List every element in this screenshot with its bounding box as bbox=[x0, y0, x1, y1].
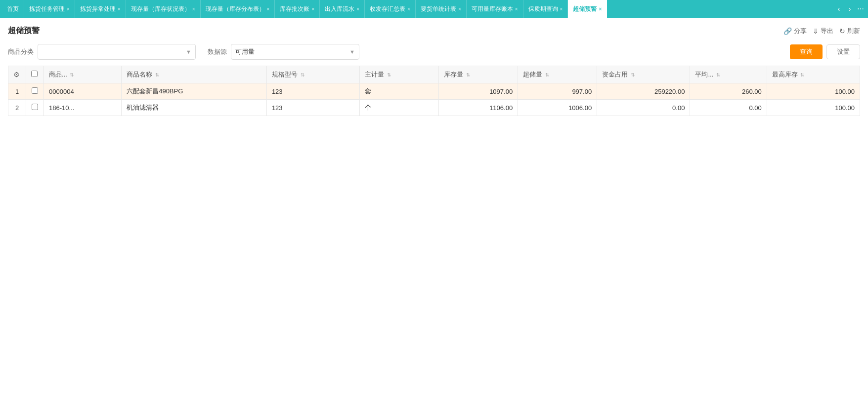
category-filter: 商品分类 ▼ bbox=[8, 44, 196, 60]
row-stock: 1097.00 bbox=[439, 83, 518, 100]
nav-tab-exception[interactable]: 拣货异常处理 × bbox=[75, 0, 126, 18]
th-product-name: 商品名称 ⇅ bbox=[122, 66, 267, 83]
nav-tab-stock-status[interactable]: 现存量（库存状况表） × bbox=[126, 0, 201, 18]
sort-icon[interactable]: ⇅ bbox=[631, 72, 635, 78]
row-avg: 260.00 bbox=[690, 83, 767, 100]
nav-tab-exception-label: 拣货异常处理 bbox=[80, 5, 116, 13]
row-unit: 套 bbox=[360, 83, 439, 100]
row-spec: 123 bbox=[266, 83, 359, 100]
refresh-label: 刷新 bbox=[847, 27, 860, 36]
sort-icon[interactable]: ⇅ bbox=[155, 72, 159, 78]
chevron-down-icon: ▼ bbox=[349, 49, 355, 55]
close-icon[interactable]: × bbox=[118, 6, 121, 12]
th-product-name-label: 商品名称 bbox=[127, 71, 152, 78]
th-max-stock: 最高库存 ⇅ bbox=[767, 66, 860, 83]
nav-tab-inout-label: 出入库流水 bbox=[325, 5, 354, 13]
nav-arrow-more[interactable]: ⋯ bbox=[855, 0, 866, 18]
nav-tab-expiry[interactable]: 保质期查询 × bbox=[523, 0, 568, 18]
row-max-stock: 100.00 bbox=[767, 83, 860, 100]
share-label: 分享 bbox=[794, 27, 807, 36]
page-title: 超储预警 bbox=[8, 26, 40, 36]
filter-row: 商品分类 ▼ 数据源 可用量 ▼ 查询 设置 bbox=[8, 44, 860, 60]
row-unit: 个 bbox=[360, 100, 439, 116]
share-icon: 🔗 bbox=[783, 27, 792, 35]
row-product-name: 六配套新昌490BPG bbox=[122, 83, 267, 100]
row-capital: 0.00 bbox=[597, 100, 690, 116]
row-num: 2 bbox=[8, 100, 26, 116]
select-all-checkbox[interactable] bbox=[31, 71, 38, 77]
export-button[interactable]: ⇓ 导出 bbox=[813, 27, 833, 36]
nav-tab-stock-dist-label: 现存量（库存分布表） bbox=[206, 5, 265, 13]
row-product-code: 186-10... bbox=[44, 100, 122, 116]
nav-tab-stock-dist[interactable]: 现存量（库存分布表） × bbox=[201, 0, 275, 18]
row-max-stock: 100.00 bbox=[767, 100, 860, 116]
nav-tab-collect[interactable]: 收发存汇总表 × bbox=[365, 0, 416, 18]
sort-icon[interactable]: ⇅ bbox=[466, 72, 470, 78]
share-button[interactable]: 🔗 分享 bbox=[783, 27, 807, 36]
close-icon[interactable]: × bbox=[599, 6, 602, 12]
th-avg-label: 平均... bbox=[695, 71, 713, 78]
sort-icon[interactable]: ⇅ bbox=[800, 72, 804, 78]
sort-icon[interactable]: ⇅ bbox=[387, 72, 391, 78]
refresh-icon: ↻ bbox=[839, 27, 845, 35]
row-product-code: 0000004 bbox=[44, 83, 122, 100]
datasource-select[interactable]: 可用量 ▼ bbox=[231, 44, 359, 60]
sort-icon[interactable]: ⇅ bbox=[301, 72, 304, 78]
close-icon[interactable]: × bbox=[311, 6, 314, 12]
page-header: 超储预警 🔗 分享 ⇓ 导出 ↻ 刷新 bbox=[8, 26, 860, 36]
close-icon[interactable]: × bbox=[515, 6, 518, 12]
sort-icon[interactable]: ⇅ bbox=[545, 72, 549, 78]
nav-tab-batch[interactable]: 库存批次账 × bbox=[275, 0, 320, 18]
row-num: 1 bbox=[8, 83, 26, 100]
nav-tab-order-stat-label: 要货单统计表 bbox=[421, 5, 456, 13]
category-select[interactable]: ▼ bbox=[38, 44, 196, 60]
row-over-stock: 997.00 bbox=[518, 83, 597, 100]
th-capital: 资金占用 ⇅ bbox=[597, 66, 690, 83]
nav-arrow-left[interactable]: ‹ bbox=[833, 0, 844, 18]
nav-arrows: ‹ › ⋯ bbox=[833, 0, 866, 18]
nav-tab-home[interactable]: 首页 bbox=[2, 0, 24, 18]
th-product-code: 商品... ⇅ bbox=[44, 66, 122, 83]
settings-button[interactable]: 设置 bbox=[826, 44, 860, 59]
nav-tab-over-stock[interactable]: 超储预警 × bbox=[568, 0, 607, 18]
datasource-select-value: 可用量 bbox=[235, 47, 255, 56]
row-avg: 0.00 bbox=[690, 100, 767, 116]
nav-tab-available-label: 可用量库存账本 bbox=[472, 5, 513, 13]
top-nav: 首页 拣货任务管理 × 拣货异常处理 × 现存量（库存状况表） × 现存量（库存… bbox=[0, 0, 868, 18]
sort-icon[interactable]: ⇅ bbox=[716, 72, 720, 78]
row-product-name: 机油滤清器 bbox=[122, 100, 267, 116]
nav-tab-collect-label: 收发存汇总表 bbox=[370, 5, 405, 13]
nav-tab-task-mgmt-label: 拣货任务管理 bbox=[29, 5, 65, 13]
row-checkbox[interactable] bbox=[32, 104, 38, 110]
nav-tab-task-mgmt[interactable]: 拣货任务管理 × bbox=[24, 0, 75, 18]
th-stock-label: 库存量 bbox=[444, 71, 463, 78]
refresh-button[interactable]: ↻ 刷新 bbox=[839, 27, 860, 36]
nav-tab-order-stat[interactable]: 要货单统计表 × bbox=[416, 0, 467, 18]
close-icon[interactable]: × bbox=[192, 6, 195, 12]
export-label: 导出 bbox=[821, 27, 833, 36]
row-checkbox[interactable] bbox=[32, 87, 38, 94]
sort-icon[interactable]: ⇅ bbox=[70, 72, 74, 78]
th-spec: 规格型号 ⇅ bbox=[266, 66, 359, 83]
nav-tab-batch-label: 库存批次账 bbox=[280, 5, 309, 13]
close-icon[interactable]: × bbox=[67, 6, 70, 12]
th-settings: ⚙ bbox=[8, 66, 26, 83]
close-icon[interactable]: × bbox=[267, 6, 270, 12]
th-product-code-label: 商品... bbox=[49, 71, 67, 78]
nav-tab-home-label: 首页 bbox=[7, 5, 19, 13]
nav-tab-stock-status-label: 现存量（库存状况表） bbox=[131, 5, 190, 13]
nav-tab-over-stock-label: 超储预警 bbox=[573, 5, 597, 13]
nav-tab-inout[interactable]: 出入库流水 × bbox=[320, 0, 365, 18]
table-row: 2 186-10... 机油滤清器 123 个 1106.00 1006.00 … bbox=[8, 100, 860, 116]
close-icon[interactable]: × bbox=[407, 6, 410, 12]
nav-tab-available[interactable]: 可用量库存账本 × bbox=[467, 0, 523, 18]
nav-tab-expiry-label: 保质期查询 bbox=[528, 5, 558, 13]
gear-icon[interactable]: ⚙ bbox=[13, 71, 20, 79]
close-icon[interactable]: × bbox=[560, 6, 563, 12]
close-icon[interactable]: × bbox=[458, 6, 461, 12]
close-icon[interactable]: × bbox=[356, 6, 359, 12]
nav-arrow-right[interactable]: › bbox=[844, 0, 855, 18]
row-capital: 259220.00 bbox=[597, 83, 690, 100]
query-button[interactable]: 查询 bbox=[790, 44, 823, 59]
row-over-stock: 1006.00 bbox=[518, 100, 597, 116]
